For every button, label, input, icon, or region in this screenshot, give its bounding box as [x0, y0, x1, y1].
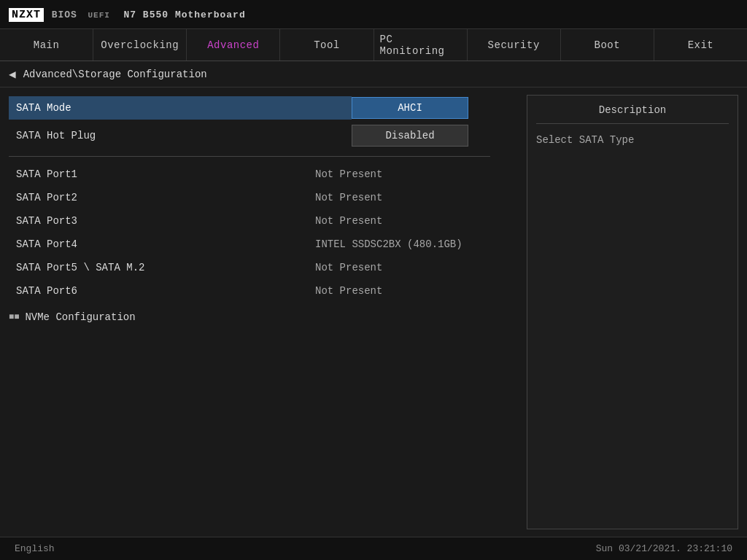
port-value: INTEL SSDSC2BX (480.1GB) [315, 234, 462, 254]
port-label: SATA Port3 [9, 211, 315, 231]
footer-datetime: Sun 03/21/2021. 23:21:10 [596, 543, 732, 554]
divider [9, 156, 490, 157]
port-list: SATA Port1Not PresentSATA Port2Not Prese… [9, 163, 518, 303]
nav-tab-security[interactable]: Security [468, 29, 561, 61]
uefi-label: UEFI [88, 11, 109, 20]
port-row: SATA Port1Not Present [9, 163, 518, 186]
port-row: SATA Port4INTEL SSDSC2BX (480.1GB) [9, 233, 518, 256]
main-content: SATA Mode AHCI SATA Hot Plug Disabled SA… [0, 88, 747, 537]
nav-tab-main[interactable]: Main [0, 29, 93, 61]
port-label: SATA Port2 [9, 187, 315, 208]
nvme-icon: ■■ [9, 312, 19, 322]
nav-tab-boot[interactable]: Boot [561, 29, 654, 61]
sata-mode-label: SATA Mode [9, 96, 352, 120]
port-label: SATA Port5 \ SATA M.2 [9, 257, 315, 278]
footer: English Sun 03/21/2021. 23:21:10 [0, 537, 747, 560]
back-button[interactable]: ◀ [9, 67, 16, 82]
port-value: Not Present [315, 187, 382, 208]
port-value: Not Present [315, 281, 382, 301]
port-row: SATA Port3Not Present [9, 209, 518, 233]
sata-mode-value[interactable]: AHCI [352, 97, 468, 119]
port-value: Not Present [315, 211, 382, 231]
port-value: Not Present [315, 164, 382, 184]
description-text: Select SATA Type [536, 133, 729, 148]
port-label: SATA Port1 [9, 164, 315, 184]
logo: NZXT BIOS UEFI N7 B550 Motherboard [9, 8, 246, 21]
sata-hot-plug-value[interactable]: Disabled [352, 125, 468, 147]
description-title: Description [536, 104, 729, 124]
sata-mode-row[interactable]: SATA Mode AHCI [9, 95, 518, 121]
port-label: SATA Port6 [9, 281, 315, 301]
bios-label: BIOS [52, 9, 77, 20]
board-label: N7 B550 Motherboard [123, 9, 245, 20]
navigation-bar: MainOverclockingAdvancedToolPC Monitorin… [0, 29, 747, 61]
settings-panel: SATA Mode AHCI SATA Hot Plug Disabled SA… [9, 95, 518, 529]
logo-nzxt: NZXT [9, 8, 44, 22]
nav-tab-exit[interactable]: Exit [654, 29, 747, 61]
nav-tab-tool[interactable]: Tool [280, 29, 374, 61]
port-row: SATA Port6Not Present [9, 279, 518, 303]
footer-language: English [15, 543, 55, 554]
port-row: SATA Port2Not Present [9, 186, 518, 209]
breadcrumb: Advanced\Storage Configuration [23, 69, 207, 80]
description-panel: Description Select SATA Type [527, 95, 738, 529]
sata-hot-plug-label: SATA Hot Plug [9, 124, 352, 147]
nvme-row[interactable]: ■■ NVMe Configuration [9, 306, 518, 329]
nav-tab-overclocking[interactable]: Overclocking [93, 29, 187, 61]
sata-hot-plug-row[interactable]: SATA Hot Plug Disabled [9, 122, 518, 149]
bios-header: NZXT BIOS UEFI N7 B550 Motherboard [0, 0, 747, 29]
nav-tab-pc-monitoring[interactable]: PC Monitoring [374, 29, 468, 61]
breadcrumb-bar: ◀ Advanced\Storage Configuration [0, 61, 747, 88]
nvme-label[interactable]: NVMe Configuration [25, 311, 135, 323]
port-label: SATA Port4 [9, 234, 315, 254]
port-value: Not Present [315, 257, 382, 278]
nav-tab-advanced[interactable]: Advanced [187, 29, 280, 61]
port-row: SATA Port5 \ SATA M.2Not Present [9, 256, 518, 279]
